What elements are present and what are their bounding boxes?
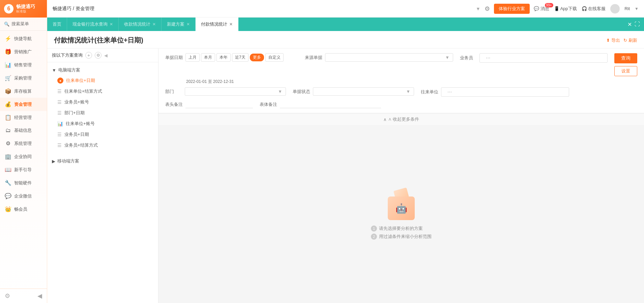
download-icon: 📱 [554,6,559,11]
export-btn[interactable]: ⬆ 导出 [606,37,620,43]
filter-row-2: 部门 ▼ 单据状态 ▼ [165,87,637,97]
collapse-more-btn[interactable]: ∧ ∧ 收起更多条件 [158,113,644,125]
unit-dots-icon[interactable]: ··· [447,89,452,95]
settings-bottom-icon[interactable]: ⚙ [5,292,10,300]
date-btn-4[interactable]: 更多 [250,54,264,61]
source-select[interactable]: ▼ [325,53,453,62]
page-header-actions: ⬆ 导出 ↻ 刷新 [606,37,637,43]
tab-receipt-stat[interactable]: 收款情况统计✕ [119,18,162,31]
robot-icon: 🤖 [396,203,407,214]
desktop-scheme-section: ▼电脑端方案●往来单位+日期☰往来单位+结算方式☰业务员+账号☰部门+日期📊往来… [47,62,158,153]
sidebar-item-sales[interactable]: 📊销售管理 [0,58,47,71]
collapse-left-panel-icon[interactable]: ◀ [104,53,108,58]
scheme-item-dept-date[interactable]: ☰部门+日期 [47,108,158,118]
date-btn-5[interactable]: 自定义 [265,53,284,62]
tab-new-scheme[interactable]: 新建方案✕ [162,18,196,31]
scheme-icon-staff-account: ☰ [57,99,62,105]
sidebar-item-hardware[interactable]: 🔧智能硬件 [0,176,47,189]
filter-doc-status: 单据状态 ▼ [293,87,414,96]
sidebar-item-member[interactable]: 👑畅会员 [0,203,47,216]
body-note-input[interactable] [280,101,381,108]
hint-num-1: 1 [371,225,377,232]
refresh-btn[interactable]: ↻ 刷新 [623,37,637,43]
tab-close-payment-stat[interactable]: ✕ [229,22,233,27]
tab-cashflow[interactable]: 现金银行流水查询✕ [67,18,119,31]
sidebar-nav: ⚡快捷导航🎁营销推广📊销售管理🛒采购管理📦库存核算💰资金管理📋经营管理🗂基础信息… [0,31,47,289]
left-panel: 按以下方案查询 + ⚙ ◀ ▼电脑端方案●往来单位+日期☰往来单位+结算方式☰业… [47,49,158,303]
filter-date: 单据日期 上月本月本年近7天更多自定义 [165,53,284,62]
scheme-item-unit-settlement[interactable]: ☰往来单位+结算方式 [47,86,158,97]
tab-close-receipt-stat[interactable]: ✕ [152,22,156,27]
sidebar-item-inventory[interactable]: 📦库存核算 [0,85,47,98]
tab-payment-stat[interactable]: 付款情况统计✕ [196,18,238,31]
scheme-item-staff-account[interactable]: ☰业务员+账号 [47,97,158,108]
sidebar-item-system[interactable]: ⚙系统管理 [0,137,47,150]
tab-close-new-scheme[interactable]: ✕ [186,22,190,27]
topbar-gear-icon[interactable]: ⚙ [485,5,490,12]
doc-status-select[interactable]: ▼ [313,87,414,96]
staff-select[interactable]: ··· [479,53,608,63]
collapse-sidebar-icon[interactable]: ◀ [37,292,42,300]
date-btn-2[interactable]: 本年 [216,53,231,62]
scheme-section-title-mobile[interactable]: ▶移动端方案 [47,156,158,166]
scheme-item-unit-account[interactable]: 📊往来单位+账号 [47,118,158,129]
logo-icon: 6 [4,4,13,13]
sidebar-item-guide[interactable]: 📖新手引导 [0,163,47,176]
trial-btn[interactable]: 体验行业方案 [494,4,530,14]
user-dropdown-icon[interactable]: ▼ [635,6,639,11]
topbar-chevron[interactable]: ▼ [476,6,480,11]
doc-status-arrow-icon: ▼ [406,89,410,94]
sidebar-item-purchase[interactable]: 🛒采购管理 [0,71,47,85]
scheme-setting-icon[interactable]: ⚙ [95,52,101,59]
nav-label-operation: 经营管理 [14,115,32,121]
scheme-item-staff-settlement[interactable]: ☰业务员+结算方式 [47,140,158,151]
sidebar-item-marketing[interactable]: 🎁营销推广 [0,45,47,58]
date-btn-1[interactable]: 本月 [201,53,215,62]
scheme-item-label-staff-date: 业务员+日期 [64,131,89,138]
nav-label-wechat: 企业微信 [14,193,32,199]
content: 按以下方案查询 + ⚙ ◀ ▼电脑端方案●往来单位+日期☰往来单位+结算方式☰业… [47,49,644,303]
nav-icon-operation: 📋 [5,114,11,121]
sidebar-item-basic[interactable]: 🗂基础信息 [0,124,47,137]
nav-icon-fund: 💰 [5,101,11,108]
tab-home[interactable]: 首页 [47,18,67,31]
active-dot-unit-date: ● [57,78,63,84]
app-download-btn[interactable]: 📱 App下载 [554,6,577,12]
sidebar-item-enterprise[interactable]: 🏢企业协同 [0,150,47,163]
sidebar-item-fund[interactable]: 💰资金管理 [0,98,47,111]
sidebar-item-wechat[interactable]: 💬企业微信 [0,189,47,203]
date-btn-3[interactable]: 近7天 [232,53,248,62]
empty-hint-2: 2 用过滤条件来缩小分析范围 [371,234,432,240]
date-btn-0[interactable]: 上月 [185,53,200,62]
data-area: 🤖 1 请先选择要分析的方案 2 用过滤条件来缩小分析范围 [158,125,644,303]
unit-select[interactable]: ··· [441,87,569,97]
online-service-btn[interactable]: 🎧 在线客服 [582,6,606,12]
staff-dots-icon[interactable]: ··· [486,55,490,61]
tab-label-receipt-stat: 收款情况统计 [124,21,150,27]
message-btn[interactable]: 💬 99+ 消息 [534,6,549,12]
filter-unit: 往来单位 ··· [421,87,569,97]
scheme-icon-unit-account: 📊 [57,121,63,126]
sidebar-item-operation[interactable]: 📋经营管理 [0,111,47,124]
right-panel: 单据日期 上月本月本年近7天更多自定义 来源单据 ▼ 业务员 [158,49,644,303]
fullscreen-icon[interactable]: ⛶ [635,21,640,27]
dept-select[interactable]: ▼ [185,87,286,96]
source-label: 来源单据 [305,55,322,61]
sidebar-item-quick-nav[interactable]: ⚡快捷导航 [0,32,47,45]
nav-icon-marketing: 🎁 [5,49,11,55]
nav-label-inventory: 库存核算 [14,88,32,94]
user-avatar[interactable] [610,4,620,13]
section-arrow-mobile: ▶ [52,159,55,164]
nav-icon-system: ⚙ [5,140,11,147]
tab-close-cashflow[interactable]: ✕ [110,22,113,27]
sidebar-search[interactable]: 🔍 搜索菜单 [0,18,47,31]
add-scheme-icon[interactable]: + [85,52,92,59]
scheme-item-staff-date[interactable]: ☰业务员+日期 [47,129,158,140]
date-range-text: 2022-01-01 至 2022-12-31 [186,79,234,84]
query-btn[interactable]: 查询 [614,53,637,63]
header-note-input[interactable] [185,101,253,108]
scheme-section-title-desktop[interactable]: ▼电脑端方案 [47,65,158,75]
filter-setting-btn[interactable]: 设置 [614,66,637,76]
scheme-item-unit-date[interactable]: ●往来单位+日期 [47,75,158,86]
close-all-icon[interactable]: ✕ [627,21,632,28]
